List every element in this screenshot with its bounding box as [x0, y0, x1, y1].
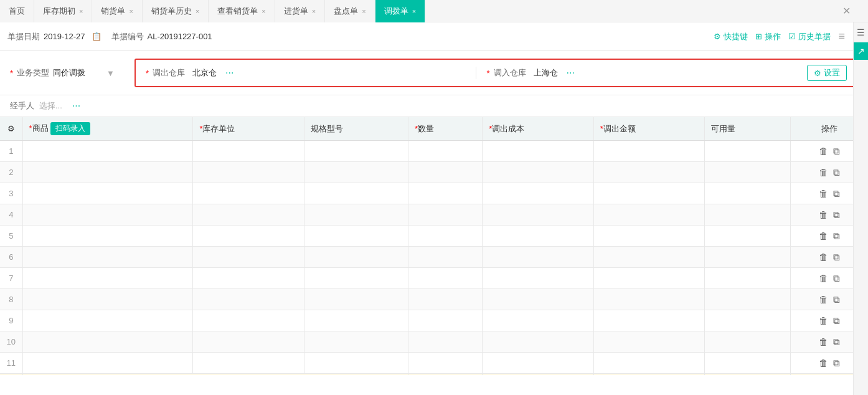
- date-value[interactable]: 2019-12-27: [44, 32, 85, 41]
- tab-inventory-count[interactable]: 盘点单 ×: [325, 0, 375, 22]
- row-3-spec[interactable]: [304, 183, 408, 204]
- th-gear[interactable]: ⚙: [0, 117, 22, 141]
- row-5-copy-btn[interactable]: ⧉: [833, 231, 840, 242]
- row-5-unit[interactable]: [193, 226, 304, 247]
- layout-toggle-icon[interactable]: ≡: [838, 30, 845, 43]
- row-10-product[interactable]: [22, 331, 193, 353]
- row-1-quantity[interactable]: [408, 141, 483, 162]
- row-9-product[interactable]: [22, 310, 193, 331]
- row-7-quantity[interactable]: [408, 268, 483, 289]
- row-7-spec[interactable]: [304, 268, 408, 289]
- row-1-available[interactable]: [705, 141, 790, 162]
- row-5-delete-btn[interactable]: 🗑: [819, 231, 828, 241]
- row-2-product[interactable]: [22, 162, 193, 183]
- row-1-product[interactable]: [22, 141, 193, 162]
- row-4-delete-btn[interactable]: 🗑: [819, 209, 828, 220]
- row-10-unit[interactable]: [193, 331, 304, 353]
- global-close-button[interactable]: ✕: [842, 5, 851, 17]
- row-10-spec[interactable]: [304, 331, 408, 353]
- personnel-more-btn[interactable]: ···: [72, 100, 80, 112]
- row-6-copy-btn[interactable]: ⧉: [833, 252, 840, 263]
- tab-sales-order[interactable]: 销货单 ×: [92, 0, 142, 22]
- tab-view-sales[interactable]: 查看销货单 ×: [209, 0, 275, 22]
- row-3-quantity[interactable]: [408, 183, 483, 204]
- row-5-cost[interactable]: [483, 226, 594, 247]
- row-3-available[interactable]: [705, 183, 790, 204]
- row-9-spec[interactable]: [304, 310, 408, 331]
- sidebar-link-icon[interactable]: ↗: [854, 42, 869, 60]
- tab-purchase[interactable]: 进货单 ×: [275, 0, 325, 22]
- row-8-spec[interactable]: [304, 289, 408, 310]
- row-6-unit[interactable]: [193, 247, 304, 268]
- row-4-amount[interactable]: [593, 204, 705, 226]
- history-link[interactable]: ☑ 历史单据: [788, 31, 831, 42]
- row-5-product[interactable]: [22, 226, 193, 247]
- row-6-spec[interactable]: [304, 247, 408, 268]
- row-10-delete-btn[interactable]: 🗑: [819, 336, 828, 347]
- row-9-quantity[interactable]: [408, 310, 483, 331]
- row-3-amount[interactable]: [593, 183, 705, 204]
- row-11-available[interactable]: [705, 353, 790, 374]
- row-11-amount[interactable]: [593, 353, 705, 374]
- row-3-product[interactable]: [22, 183, 193, 204]
- row-8-amount[interactable]: [593, 289, 705, 310]
- row-2-cost[interactable]: [483, 162, 594, 183]
- row-1-amount[interactable]: [593, 141, 705, 162]
- row-10-amount[interactable]: [593, 331, 705, 353]
- row-4-cost[interactable]: [483, 204, 594, 226]
- row-11-cost[interactable]: [483, 353, 594, 374]
- row-8-delete-btn[interactable]: 🗑: [819, 294, 828, 305]
- row-9-delete-btn[interactable]: 🗑: [819, 315, 828, 326]
- row-11-quantity[interactable]: [408, 353, 483, 374]
- row-5-amount[interactable]: [593, 226, 705, 247]
- tab-inventory-init[interactable]: 库存期初 ×: [34, 0, 92, 22]
- row-6-cost[interactable]: [483, 247, 594, 268]
- row-8-cost[interactable]: [483, 289, 594, 310]
- tab-home[interactable]: 首页: [0, 0, 34, 22]
- row-2-spec[interactable]: [304, 162, 408, 183]
- row-4-available[interactable]: [705, 204, 790, 226]
- row-10-available[interactable]: [705, 331, 790, 353]
- warehouse-out-value[interactable]: 北京仓: [192, 67, 217, 79]
- row-11-copy-btn[interactable]: ⧉: [833, 358, 840, 369]
- row-2-copy-btn[interactable]: ⧉: [833, 167, 840, 178]
- row-7-cost[interactable]: [483, 268, 594, 289]
- row-9-unit[interactable]: [193, 310, 304, 331]
- row-2-unit[interactable]: [193, 162, 304, 183]
- tab-transfer-close[interactable]: ×: [412, 7, 416, 15]
- row-6-delete-btn[interactable]: 🗑: [819, 252, 828, 262]
- row-6-available[interactable]: [705, 247, 790, 268]
- row-1-cost[interactable]: [483, 141, 594, 162]
- row-5-quantity[interactable]: [408, 226, 483, 247]
- tab-sales-order-close[interactable]: ×: [129, 7, 133, 15]
- row-9-available[interactable]: [705, 310, 790, 331]
- row-11-unit[interactable]: [193, 353, 304, 374]
- row-8-unit[interactable]: [193, 289, 304, 310]
- row-7-amount[interactable]: [593, 268, 705, 289]
- row-3-delete-btn[interactable]: 🗑: [819, 188, 828, 199]
- row-8-quantity[interactable]: [408, 289, 483, 310]
- row-7-delete-btn[interactable]: 🗑: [819, 273, 828, 283]
- row-4-spec[interactable]: [304, 204, 408, 226]
- operation-link[interactable]: ⊞ 操作: [755, 31, 781, 42]
- row-1-delete-btn[interactable]: 🗑: [819, 146, 828, 156]
- row-10-cost[interactable]: [483, 331, 594, 353]
- row-7-unit[interactable]: [193, 268, 304, 289]
- calendar-icon[interactable]: 📋: [92, 32, 101, 41]
- row-7-available[interactable]: [705, 268, 790, 289]
- row-6-product[interactable]: [22, 247, 193, 268]
- row-1-copy-btn[interactable]: ⧉: [833, 146, 840, 157]
- row-3-cost[interactable]: [483, 183, 594, 204]
- row-4-product[interactable]: [22, 204, 193, 226]
- settings-button[interactable]: ⚙ 设置: [807, 65, 847, 81]
- row-9-amount[interactable]: [593, 310, 705, 331]
- business-type-value[interactable]: 同价调拨: [53, 67, 103, 79]
- row-9-copy-btn[interactable]: ⧉: [833, 315, 840, 326]
- warehouse-in-more-btn[interactable]: ···: [567, 67, 575, 79]
- row-5-spec[interactable]: [304, 226, 408, 247]
- row-4-quantity[interactable]: [408, 204, 483, 226]
- row-2-available[interactable]: [705, 162, 790, 183]
- tab-view-sales-close[interactable]: ×: [262, 7, 265, 15]
- row-3-unit[interactable]: [193, 183, 304, 204]
- shortcut-link[interactable]: ⚙ 快捷键: [714, 31, 748, 42]
